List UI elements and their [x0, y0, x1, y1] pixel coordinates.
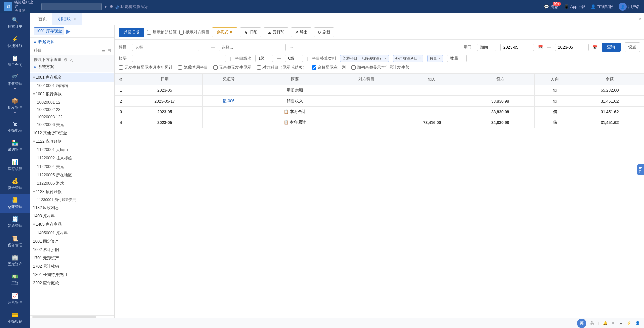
sidebar-item-purchase[interactable]: 🏪 采购管理: [0, 136, 30, 155]
cloud-print-btn[interactable]: ☁ 云打印: [264, 27, 288, 37]
sidebar-item-search[interactable]: 🔍 搜索菜单: [0, 13, 30, 32]
tree-item-1601[interactable]: 1601 固定资产: [30, 237, 114, 246]
refresh-btn[interactable]: ↻ 刷新: [314, 27, 334, 37]
subject-filter-input[interactable]: [132, 44, 199, 51]
opt6-checkbox[interactable]: [351, 65, 356, 70]
tab-ledger[interactable]: 明细账 ×: [52, 13, 82, 25]
sidebar-item-quicknav[interactable]: ⚡ 快捷导航: [0, 32, 30, 52]
demo-link[interactable]: ◎ 我要看实例演示: [115, 4, 149, 10]
tree-item-1702[interactable]: 1702 累计摊销: [30, 262, 114, 271]
sidebar-item-inventory[interactable]: 📊 库存核算: [0, 155, 30, 175]
settings-icon[interactable]: ⚙: [110, 4, 113, 9]
user-avatar[interactable]: 👤 用户名: [619, 3, 640, 11]
subject-level-to-select[interactable]: 6级: [285, 55, 303, 62]
period-start-input[interactable]: [500, 44, 534, 51]
col-settings[interactable]: ⚙: [115, 74, 127, 85]
scheme-label[interactable]: 系统方案: [38, 64, 54, 70]
subject-more-btn-2[interactable]: ···: [290, 45, 293, 50]
translate-btn[interactable]: 英: [577, 319, 586, 328]
tree-item-1001[interactable]: ▾1001 库存现金: [30, 73, 114, 82]
search-dropdown-icon[interactable]: ▼: [104, 4, 108, 9]
account-tag[interactable]: 1001 库存现金: [34, 27, 64, 35]
tree-item-1122[interactable]: ▾1122 应收账款: [30, 137, 114, 146]
tree-item-11220001[interactable]: 11220001 人民币: [30, 146, 114, 154]
status-icon-lang[interactable]: 英: [590, 321, 594, 326]
return-old-btn[interactable]: 退回旧版: [119, 28, 144, 37]
tree-item-1701[interactable]: 1701 无形资产: [30, 254, 114, 262]
show-opposite-checkbox[interactable]: [179, 30, 184, 35]
tab-home[interactable]: 首页: [33, 13, 52, 25]
query-btn[interactable]: 查询: [602, 43, 621, 52]
opt1-checkbox[interactable]: [119, 65, 123, 70]
tree-item-10020001[interactable]: 10020001 12: [30, 99, 114, 106]
tree-item-1602[interactable]: 1602 累计折旧: [30, 246, 114, 254]
scheme-collapse-icon[interactable]: ◁: [70, 57, 73, 62]
quantity-select[interactable]: 数量: [447, 55, 467, 62]
tree-item-11220004[interactable]: 11220004 美元: [30, 162, 114, 171]
row-voucher[interactable]: [203, 117, 255, 128]
tree-item-2202[interactable]: 2202 应付账款: [30, 279, 114, 287]
voucher-link[interactable]: 记-006: [223, 99, 235, 103]
filter-settings-btn[interactable]: 设置: [625, 42, 640, 52]
status-icon-user[interactable]: 👤: [635, 321, 640, 325]
filter-tag-2-close[interactable]: ×: [419, 56, 421, 60]
tab-close-btn[interactable]: ×: [73, 16, 77, 22]
tree-item-10020003[interactable]: 10020003 122: [30, 113, 114, 121]
panel-minimize-btn[interactable]: —: [626, 17, 630, 22]
tree-item-11220005[interactable]: 11220005 所在地区: [30, 171, 114, 179]
period-end-calendar[interactable]: 📅: [593, 45, 598, 50]
tree-item-1002[interactable]: ▾1002 银行存款: [30, 90, 114, 99]
opt5-checkbox[interactable]: [312, 65, 316, 70]
scheme-settings-icon[interactable]: ⚙: [64, 57, 68, 62]
summary-filter-input[interactable]: [132, 55, 226, 62]
filter-tag-1-close[interactable]: ×: [384, 56, 386, 60]
row-voucher[interactable]: [203, 85, 255, 96]
sidebar-item-capital[interactable]: 💰 资金管理: [0, 175, 30, 194]
sidebar-item-wholesale[interactable]: 📦 批发管理 ▼: [0, 94, 30, 118]
tree-item-11230001[interactable]: 11230001 预付账款美元: [30, 196, 114, 204]
status-icon-cloud[interactable]: ☁: [619, 321, 623, 325]
format-btn[interactable]: 金额式 ▼: [212, 27, 237, 37]
row-voucher[interactable]: [203, 107, 255, 117]
tree-item-11220006[interactable]: 11220006 游戏: [30, 179, 114, 188]
horizontal-scrollbar[interactable]: [32, 316, 96, 318]
expand-icon[interactable]: ∧: [34, 40, 36, 44]
tree-list-icon[interactable]: ☰: [101, 48, 105, 53]
tree-item-1403[interactable]: 1403 原材料: [30, 212, 114, 220]
sidebar-item-operations[interactable]: 📈 经营管理: [0, 289, 30, 308]
nav-right-arrow[interactable]: ▶: [66, 28, 70, 35]
tree-item-11220002[interactable]: 11220002 往来标签: [30, 154, 114, 162]
status-icon-bell[interactable]: 🔔: [603, 321, 608, 325]
sidebar-item-accounting[interactable]: 📒 总账管理: [0, 194, 30, 213]
filter-tag-3-close[interactable]: ×: [438, 56, 440, 60]
period-end-input[interactable]: [555, 44, 589, 51]
tree-item-1132[interactable]: 1132 应收利息: [30, 204, 114, 212]
tree-item-1123[interactable]: ▾1123 预付账款: [30, 188, 114, 196]
app-download-btn[interactable]: 📱 App下载: [564, 4, 585, 10]
opt4-checkbox[interactable]: [257, 65, 261, 70]
row-voucher[interactable]: 记-006: [203, 96, 255, 107]
col-settings-icon[interactable]: ⚙: [119, 77, 123, 82]
print-btn[interactable]: 🖨 打印: [240, 27, 261, 37]
sidebar-item-tax[interactable]: 📜 税务管理: [0, 232, 30, 251]
subject-filter-input-2[interactable]: [219, 44, 286, 51]
sidebar-item-assets[interactable]: 🏢 固定资产: [0, 251, 30, 270]
tree-item-14050001[interactable]: 14050001 原材料: [30, 229, 114, 237]
export-btn[interactable]: ↗ 导出: [291, 27, 311, 37]
tree-item-10020002[interactable]: 10020002 23: [30, 106, 114, 113]
sidebar-item-salary[interactable]: 💵 工资: [0, 270, 30, 289]
period-type-select[interactable]: 期间: [477, 44, 496, 51]
panel-maximize-btn[interactable]: □: [633, 17, 636, 22]
search-input[interactable]: [41, 3, 102, 10]
status-icon-edit[interactable]: ✏: [612, 321, 615, 325]
tree-item-1801[interactable]: 1801 长期待摊费用: [30, 271, 114, 279]
tree-item-10020006[interactable]: 10020006 美元: [30, 121, 114, 129]
status-icon-flash[interactable]: ⚡: [627, 321, 631, 325]
subject-level-from-select[interactable]: 1级: [255, 55, 273, 62]
opt2-checkbox[interactable]: [178, 65, 182, 70]
sidebar-item-invoice[interactable]: 🧾 发票管理: [0, 213, 30, 232]
message-btn[interactable]: 💬 消息 99+: [544, 4, 558, 10]
online-service-btn[interactable]: 👤 在线客服: [591, 4, 613, 10]
sidebar-item-sales-report[interactable]: 💳 小畅报销: [0, 308, 30, 327]
tree-item-10010001[interactable]: 10010001 哟哟哟: [30, 82, 114, 90]
